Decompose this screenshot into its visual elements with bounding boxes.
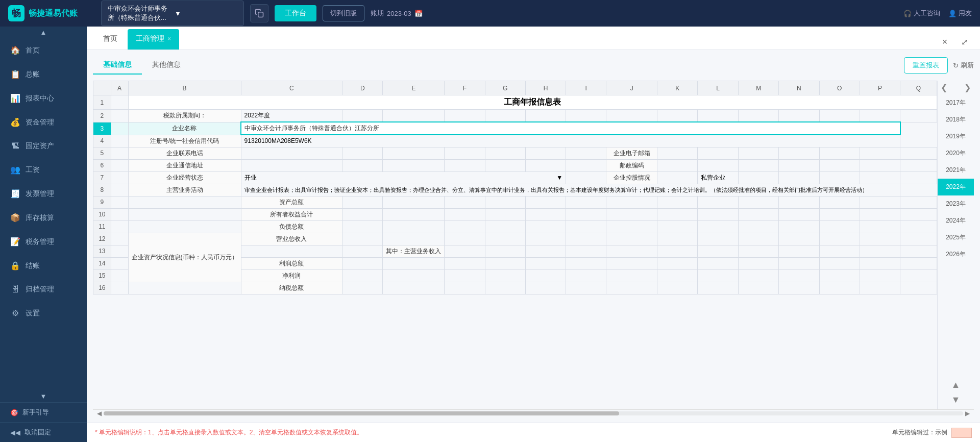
cell-11-g[interactable] [485,220,525,233]
year-2019[interactable]: 2019年 [938,128,974,145]
cell-7-n[interactable] [779,171,819,184]
sub-tab-other[interactable]: 其他信息 [142,56,191,75]
cell-13-f[interactable] [445,245,485,257]
cell-9-m[interactable] [739,196,779,208]
sidebar-scroll-up[interactable]: ▲ [0,27,87,38]
refresh-btn[interactable]: ↻ 刷新 [953,57,974,73]
cell-6-c[interactable] [241,159,342,171]
cell-15-q[interactable] [900,269,937,282]
cell-16-o[interactable] [819,282,860,294]
cell-14-d[interactable] [342,257,383,269]
cell-13-j[interactable] [606,245,657,257]
cell-13-i[interactable] [566,245,606,257]
tab-expand-btn[interactable]: ⤢ [957,34,972,50]
cell-8-a[interactable] [111,184,128,196]
year-2017[interactable]: 2017年 [938,94,974,111]
cell-9-g[interactable] [485,196,525,208]
cell-11-l[interactable] [698,220,739,233]
sidebar-item-archive[interactable]: 🗄 归档管理 [0,278,87,301]
cell-11-n[interactable] [779,220,819,233]
cell-9-d[interactable] [342,196,383,208]
sub-tab-basic[interactable]: 基础信息 [93,56,142,75]
cell-10-b[interactable] [128,208,241,220]
cell-16-m[interactable] [739,282,779,294]
cell-1-a[interactable] [111,95,128,110]
cell-4-a[interactable] [111,135,128,147]
company-copy-btn[interactable] [250,4,268,22]
cell-9-o[interactable] [819,196,860,208]
cell-9-b[interactable] [128,196,241,208]
year-2025[interactable]: 2025年 [938,229,974,246]
cell-11-q[interactable] [900,220,937,233]
year-2018[interactable]: 2018年 [938,111,974,128]
cell-10-e[interactable] [383,208,445,220]
cell-5-h[interactable] [525,147,566,159]
cell-6-a[interactable] [111,159,128,171]
cell-14-l[interactable] [698,257,739,269]
cell-5-a[interactable] [111,147,128,159]
tab-close-window-btn[interactable]: × [937,34,952,50]
cell-16-g[interactable] [485,282,525,294]
hscroll-left-btn[interactable]: ◀ [95,410,104,417]
cell-5-f[interactable] [445,147,485,159]
tab-close-icon[interactable]: × [167,35,171,42]
cell-12-a[interactable] [111,233,128,245]
cell-14-p[interactable] [860,257,900,269]
cell-5-d[interactable] [342,147,383,159]
cell-5-e[interactable] [383,147,445,159]
cell-7-p[interactable] [860,171,900,184]
tab-industrial[interactable]: 工商管理 × [128,29,179,50]
cell-11-i[interactable] [566,220,606,233]
cell-8-c[interactable]: 审查企业会计报表；出具审计报告；验证企业资本；出具验资报告；办理企业合并、分立、… [241,184,900,196]
cell-6-m[interactable] [739,159,779,171]
cell-9-h[interactable] [525,196,566,208]
cell-7-k[interactable] [657,171,698,184]
hscroll-track[interactable] [104,411,963,415]
cell-9-p[interactable] [860,196,900,208]
cell-11-o[interactable] [819,220,860,233]
cell-11-p[interactable] [860,220,900,233]
cell-4-c[interactable]: 91320100MA208E5W6K [241,135,900,147]
cell-11-h[interactable] [525,220,566,233]
cell-16-j[interactable] [606,282,657,294]
cell-6-g[interactable] [485,159,525,171]
cell-2-h[interactable] [525,110,566,122]
workbench-btn[interactable]: 工作台 [275,5,316,21]
cell-2-c[interactable]: 2022年度 [241,110,342,122]
cell-12-o[interactable] [819,233,860,245]
sidebar-newbie[interactable]: 🎯 新手引导 [0,402,87,422]
cell-14-e[interactable] [383,257,445,269]
cell-12-f[interactable] [445,233,485,245]
cell-12-m[interactable] [739,233,779,245]
year-2026[interactable]: 2026年 [938,246,974,263]
old-version-btn[interactable]: 切到旧版 [323,5,364,21]
cell-14-h[interactable] [525,257,566,269]
cell-14-f[interactable] [445,257,485,269]
cell-5-g[interactable] [485,147,525,159]
cell-12-i[interactable] [566,233,606,245]
cell-7-i[interactable] [566,171,606,184]
cell-9-f[interactable] [445,196,485,208]
cell-2-p[interactable] [860,110,900,122]
cell-12-q[interactable] [900,233,937,245]
calendar-icon[interactable]: 📅 [414,10,423,17]
cell-13-d[interactable] [342,245,383,257]
hscroll-thumb[interactable] [104,411,619,415]
cell-11-a[interactable] [111,220,128,233]
cell-14-g[interactable] [485,257,525,269]
cell-9-a[interactable] [111,196,128,208]
cell-12-g[interactable] [485,233,525,245]
cell-2-m[interactable] [739,110,779,122]
hscroll-bar[interactable]: ◀ ▶ [93,409,974,416]
cell-14-m[interactable] [739,257,779,269]
cell-16-p[interactable] [860,282,900,294]
cell-13-p[interactable] [860,245,900,257]
cell-5-i[interactable] [566,147,606,159]
cell-10-a[interactable] [111,208,128,220]
cell-13-k[interactable] [657,245,698,257]
cell-7-c[interactable]: 开业 ▼ [241,171,566,184]
cell-15-l[interactable] [698,269,739,282]
cell-10-j[interactable] [606,208,657,220]
sidebar-item-salary[interactable]: 👥 工资 [0,158,87,182]
cell-13-g[interactable] [485,245,525,257]
